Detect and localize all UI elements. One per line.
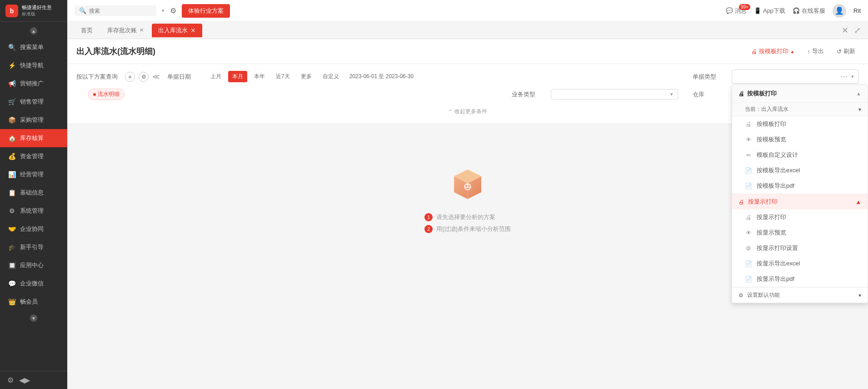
search-dropdown-icon[interactable]: ▾	[162, 8, 165, 14]
sidebar-item-search[interactable]: 🔍 搜索菜单	[0, 38, 67, 56]
scroll-down-btn[interactable]: ▼	[30, 314, 37, 322]
sidebar-item-guide[interactable]: 🎓 新手引导	[0, 238, 67, 256]
refresh-btn[interactable]: ↺ 刷新	[833, 45, 859, 57]
dropdown-item-display-export-pdf[interactable]: 📄 按显示导出pdf	[732, 271, 868, 287]
message-btn[interactable]: 💬 消息 99+	[726, 7, 747, 15]
filter-settings-btn[interactable]: ⚙	[139, 72, 149, 82]
print-dropdown-panel: 🖨 按模板打印 ▲ 当前：出入库流水 ▾ 🖨 按模板打印 👁 按模板预览	[732, 85, 868, 303]
sidebar-item-inventory[interactable]: 🏠 库存核算	[0, 129, 67, 147]
search-input[interactable]	[89, 8, 144, 14]
template-print-icon: 🖨	[745, 120, 752, 128]
tab-inventory-batch[interactable]: 库存批次账 ✕	[101, 24, 150, 37]
date-btn-7days[interactable]: 近7天	[272, 71, 294, 82]
dropdown-item-display-settings[interactable]: ⚙ 按显示打印设置	[732, 240, 868, 256]
topbar-search-box[interactable]: 🔍	[75, 5, 156, 16]
settings-icon[interactable]: ⚙	[7, 376, 14, 384]
bill-type-select[interactable]: ··· ▾	[732, 70, 859, 84]
close-page-icon[interactable]: ✕	[842, 25, 848, 35]
filter-scheme-label: 按以下方案查询	[76, 73, 118, 81]
date-btn-this-month[interactable]: 本月	[228, 71, 247, 82]
template-design-icon: ✏	[745, 151, 752, 159]
footer-arrow-icon: ▾	[858, 292, 861, 299]
business-type-dropdown-icon: ▾	[670, 91, 673, 97]
flow-detail-tag[interactable]: 流水明细	[88, 89, 125, 100]
collapse-sidebar-icon[interactable]: ◀▶	[19, 376, 30, 384]
inventory-icon: 🏠	[7, 134, 16, 143]
display-print-section-header[interactable]: 🖨 按显示打印 ▲	[732, 194, 868, 209]
sidebar-item-basic[interactable]: 📋 基础信息	[0, 184, 67, 202]
dropdown-item-template-preview[interactable]: 👁 按模板预览	[732, 132, 868, 147]
dropdown-item-display-print[interactable]: 🖨 按显示打印	[732, 209, 868, 225]
dropdown-item-template-print[interactable]: 🖨 按模板打印	[732, 116, 868, 132]
bill-type-more-icon[interactable]: ···	[841, 72, 848, 81]
online-service-btn[interactable]: 🎧 在线客服	[793, 7, 825, 15]
empty-steps-list: 1 请先选择要分析的方案 2 用[过滤]条件来缩小分析范围	[424, 213, 510, 233]
dropdown-item-display-preview[interactable]: 👁 按显示预览	[732, 225, 868, 240]
dropdown-item-template-design[interactable]: ✏ 模板自定义设计	[732, 147, 868, 163]
page-title: 出入库流水(流水明细)	[76, 46, 155, 63]
filter-add-btn[interactable]: +	[125, 72, 135, 82]
page-content-area: 出入库流水(流水明细) 🖨 按模板打印 ▲ ↑ 导出 ↺ 刷新	[67, 39, 868, 389]
display-settings-icon: ⚙	[745, 244, 752, 252]
collapse-conditions-btn[interactable]: ⌃ 收起更多条件	[448, 108, 487, 115]
username-label: Rit	[853, 7, 861, 14]
date-btn-custom[interactable]: 自定义	[319, 71, 343, 82]
close-tab-inventory-icon[interactable]: ✕	[140, 28, 144, 33]
sidebar-item-marketing[interactable]: 📢 营销推广	[0, 75, 67, 93]
vip-icon: 👑	[7, 297, 16, 306]
print-dropdown-arrow-icon: ▲	[790, 49, 795, 54]
date-btn-last-month[interactable]: 上月	[206, 71, 225, 82]
phone-icon: 📱	[754, 7, 761, 14]
dropdown-item-template-export-pdf[interactable]: 📄 按模板导出pdf	[732, 178, 868, 194]
bill-type-label: 单据类型	[693, 73, 724, 81]
date-btn-more[interactable]: 更多	[297, 71, 316, 82]
template-preview-icon: 👁	[745, 136, 752, 143]
close-tab-stock-flow-icon[interactable]: ✕	[190, 27, 196, 34]
dropdown-collapse-icon[interactable]: ▲	[856, 91, 861, 96]
sidebar-item-system[interactable]: ⚙ 系统管理	[0, 202, 67, 220]
sidebar: b 畅捷通好生意 标准版 ▲ 🔍 搜索菜单 ⚡ 快捷导航 📢 营销推广 🛒 销售…	[0, 0, 67, 389]
page-header: 出入库流水(流水明细) 🖨 按模板打印 ▲ ↑ 导出 ↺ 刷新	[67, 39, 868, 64]
sidebar-item-finance[interactable]: 💰 资金管理	[0, 147, 67, 165]
display-section-collapse-icon[interactable]: ▲	[855, 199, 861, 205]
trial-btn[interactable]: 体验行业方案	[182, 4, 230, 18]
tab-stock-flow[interactable]: 出入库流水 ✕	[152, 24, 202, 37]
export-btn[interactable]: ↑ 导出	[804, 45, 828, 57]
collapse-up-icon: ⌃	[448, 109, 453, 115]
filter-collapse-arrow-icon[interactable]: ≪	[152, 72, 160, 81]
dropdown-footer-default-func[interactable]: ⚙ 设置默认功能 ▾	[732, 287, 868, 303]
sidebar-item-quicknav[interactable]: ⚡ 快捷导航	[0, 56, 67, 75]
sidebar-item-sales[interactable]: 🛒 销售管理	[0, 93, 67, 111]
tab-home[interactable]: 首页	[75, 24, 99, 37]
template-excel-icon: 📄	[745, 167, 752, 174]
export-icon: ↑	[808, 48, 811, 55]
expand-page-icon[interactable]: ⤢	[854, 25, 861, 35]
business-type-select[interactable]: ▾	[551, 89, 678, 100]
printer-icon: 🖨	[751, 48, 757, 55]
sidebar-item-cooperation[interactable]: 🤝 企业协同	[0, 220, 67, 238]
print-template-btn[interactable]: 🖨 按模板打印 ▲	[748, 45, 798, 57]
svg-point-6	[466, 185, 467, 187]
topbar-gear-icon[interactable]: ⚙	[170, 6, 176, 15]
filter-row-1: 按以下方案查询 + ⚙ ≪ 单据日期 上月 本月 本年 近7天 更多 自定义 2…	[76, 70, 859, 84]
edition-label: 标准版	[22, 11, 52, 17]
dropdown-current-arrow-icon[interactable]: ▾	[858, 106, 861, 113]
display-excel-icon: 📄	[745, 260, 752, 267]
sidebar-item-operations[interactable]: 📊 经营管理	[0, 165, 67, 184]
date-btn-this-year[interactable]: 本年	[250, 71, 269, 82]
sidebar-item-wechat[interactable]: 💬 企业微信	[0, 274, 67, 293]
sidebar-item-purchase[interactable]: 📦 采购管理	[0, 111, 67, 129]
marketing-icon: 📢	[7, 79, 16, 88]
scroll-up-btn[interactable]: ▲	[30, 27, 37, 35]
avatar[interactable]: 👤	[833, 4, 846, 18]
sidebar-item-appcenter[interactable]: 🔲 应用中心	[0, 256, 67, 274]
dropdown-item-template-export-excel[interactable]: 📄 按模板导出excel	[732, 163, 868, 178]
app-download-btn[interactable]: 📱 App下载	[754, 7, 785, 15]
step1-num: 1	[424, 213, 433, 221]
dropdown-item-display-export-excel[interactable]: 📄 按显示导出excel	[732, 256, 868, 271]
display-preview-icon: 👁	[745, 229, 752, 236]
step2-num: 2	[424, 225, 433, 233]
basic-icon: 📋	[7, 188, 16, 197]
sidebar-item-vip[interactable]: 👑 畅会员	[0, 293, 67, 311]
dropdown-current-template: 当前：出入库流水 ▾	[732, 103, 868, 116]
